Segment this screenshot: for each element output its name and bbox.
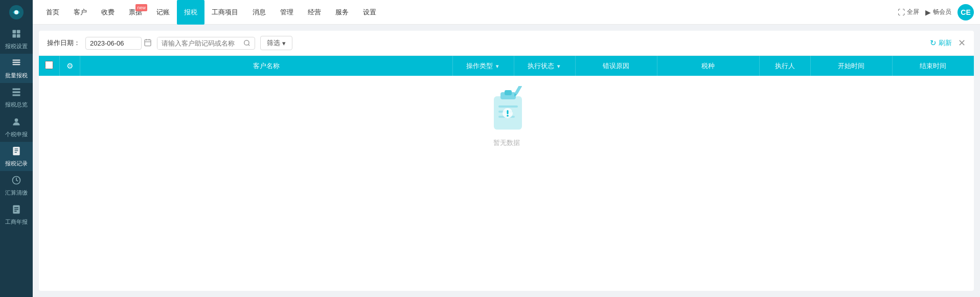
nav-invoice[interactable]: 票据 new	[122, 0, 149, 25]
th-exec-status: 执行状态 ▼	[514, 56, 575, 76]
th-client-name: 客户名称	[80, 56, 452, 76]
sidebar-item-tax-summary-label: 报税总览	[5, 101, 28, 108]
sidebar-item-settlement-label: 汇算清缴	[5, 189, 28, 196]
fullscreen-icon: ⛶	[898, 8, 905, 16]
svg-point-9	[15, 118, 18, 122]
sidebar-item-batch-tax-label: 批量报税	[5, 72, 28, 79]
tax-settings-icon	[11, 29, 21, 41]
sidebar-item-tax-record-label: 报税记录	[5, 160, 28, 167]
date-input[interactable]: 2023-06-06	[85, 37, 142, 50]
nav-business[interactable]: 工商项目	[204, 0, 245, 25]
th-error-reason: 错误原因	[575, 56, 657, 76]
svg-rect-3	[17, 30, 20, 34]
select-all-checkbox[interactable]	[45, 61, 53, 69]
svg-rect-4	[13, 34, 16, 38]
svg-rect-18	[14, 211, 17, 212]
filter-button[interactable]: 筛选 ▾	[260, 36, 292, 50]
th-checkbox[interactable]	[39, 56, 59, 76]
fullscreen-button[interactable]: ⛶ 全屏	[898, 8, 919, 16]
sidebar-item-tax-record[interactable]: 报税记录	[0, 142, 33, 171]
svg-rect-34	[514, 86, 522, 95]
svg-rect-10	[13, 146, 19, 155]
svg-rect-16	[14, 207, 18, 208]
settlement-icon	[11, 175, 21, 188]
content-card: 操作日期： 2023-06-06	[39, 31, 974, 291]
avatar[interactable]: CE	[958, 4, 974, 20]
svg-rect-17	[14, 209, 18, 210]
main-area: 首页 客户 收费 票据 new 记账 报税 工商项目 消息 管理 经营 服务 设…	[33, 0, 980, 297]
chevron-down-icon: ▾	[282, 39, 286, 47]
empty-icon	[486, 86, 527, 132]
sidebar-item-personal-tax[interactable]: 个税申报	[0, 113, 33, 142]
nav-bookkeeping[interactable]: 记账	[149, 0, 177, 25]
sidebar-logo	[0, 0, 33, 25]
sidebar-item-annual-report-label: 工商年报	[5, 219, 28, 225]
batch-tax-icon	[11, 58, 21, 71]
sidebar-item-settlement[interactable]: 汇算清缴	[0, 171, 33, 200]
toolbar: 操作日期： 2023-06-06	[39, 31, 974, 56]
toolbar-right: ↻ 刷新 ✕	[930, 37, 966, 49]
vip-button[interactable]: ▶ 畅会员	[925, 8, 951, 16]
search-input[interactable]	[157, 37, 239, 49]
svg-rect-32	[507, 110, 508, 114]
nav-message[interactable]: 消息	[245, 0, 273, 25]
tax-record-icon	[11, 146, 21, 159]
sidebar-item-annual-report[interactable]: 工商年报	[0, 200, 33, 229]
svg-rect-7	[13, 62, 20, 63]
nav-tax-report[interactable]: 报税	[177, 0, 204, 25]
calendar-icon[interactable]	[144, 38, 152, 48]
th-end-time: 结束时间	[892, 56, 974, 76]
sidebar-item-tax-settings-label: 报税设置	[5, 43, 28, 50]
content-area: 操作日期： 2023-06-06	[33, 25, 980, 297]
th-start-time: 开始时间	[810, 56, 892, 76]
th-settings[interactable]: ⚙	[59, 56, 80, 76]
refresh-button[interactable]: ↻ 刷新	[930, 38, 952, 48]
column-settings-icon[interactable]: ⚙	[66, 61, 73, 70]
svg-rect-8	[13, 64, 20, 66]
svg-point-33	[507, 115, 509, 117]
nav-settings[interactable]: 设置	[356, 0, 383, 25]
nav-manage[interactable]: 管理	[273, 0, 301, 25]
th-tax-type: 税种	[657, 56, 759, 76]
top-nav: 首页 客户 收费 票据 new 记账 报税 工商项目 消息 管理 经营 服务 设…	[33, 0, 980, 25]
nav-client[interactable]: 客户	[66, 0, 94, 25]
sidebar: 报税设置 批量报税 报税总览 个税申报 报税记录 汇算清缴 工商	[0, 0, 33, 297]
empty-text: 暂无数据	[493, 138, 520, 147]
refresh-icon: ↻	[930, 38, 937, 48]
tax-summary-icon	[11, 87, 21, 100]
sidebar-item-tax-settings[interactable]: 报税设置	[0, 25, 33, 54]
nav-service[interactable]: 服务	[328, 0, 356, 25]
date-input-wrapper: 2023-06-06	[85, 37, 152, 50]
svg-rect-6	[13, 60, 20, 61]
th-op-type: 操作类型 ▼	[452, 56, 514, 76]
annual-report-icon	[11, 204, 21, 217]
data-table: ⚙ 客户名称 操作类型 ▼ 执行状态 ▼	[39, 56, 974, 76]
nav-operation[interactable]: 经营	[301, 0, 328, 25]
svg-rect-28	[498, 105, 518, 108]
exec-status-filter-icon[interactable]: ▼	[556, 63, 561, 69]
sidebar-item-personal-tax-label: 个税申报	[5, 131, 28, 138]
close-button[interactable]: ✕	[958, 37, 966, 49]
date-label: 操作日期：	[47, 38, 80, 48]
svg-rect-19	[145, 39, 151, 46]
invoice-new-badge: new	[135, 4, 147, 11]
topnav-right: ⛶ 全屏 ▶ 畅会员 CE	[898, 4, 974, 20]
svg-rect-2	[13, 30, 16, 34]
nav-items: 首页 客户 收费 票据 new 记账 报税 工商项目 消息 管理 经营 服务 设…	[39, 0, 898, 25]
empty-state: 暂无数据	[39, 76, 974, 158]
search-box	[157, 37, 255, 50]
op-type-filter-icon[interactable]: ▼	[495, 63, 500, 69]
sidebar-item-batch-tax[interactable]: 批量报税	[0, 54, 33, 83]
nav-billing[interactable]: 收费	[94, 0, 122, 25]
svg-rect-27	[505, 90, 512, 95]
th-executor: 执行人	[759, 56, 810, 76]
vip-icon: ▶	[925, 8, 931, 16]
svg-line-24	[248, 45, 250, 46]
search-button[interactable]	[239, 37, 255, 49]
svg-point-1	[14, 10, 18, 14]
sidebar-item-tax-summary[interactable]: 报税总览	[0, 83, 33, 112]
svg-point-23	[244, 40, 249, 45]
personal-tax-icon	[11, 117, 21, 130]
nav-home[interactable]: 首页	[39, 0, 66, 25]
svg-rect-5	[17, 34, 20, 38]
